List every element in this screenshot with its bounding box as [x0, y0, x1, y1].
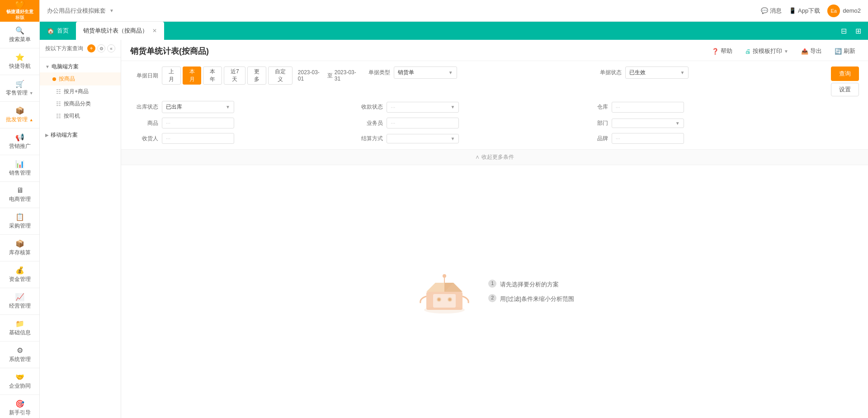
sidebar-item-corp[interactable]: 🤝 企业协同: [0, 368, 39, 395]
add-scheme-btn[interactable]: +: [87, 44, 95, 52]
scheme-item-by-product[interactable]: 按商品: [40, 72, 121, 86]
date-btn-custom[interactable]: 自定义: [268, 66, 292, 85]
salesperson-select[interactable]: ···: [387, 118, 459, 128]
chevron-down-icon-5: ▼: [675, 121, 680, 126]
help-icon: ❓: [712, 48, 719, 55]
collapse-bar[interactable]: ∧ 收起更多条件: [121, 150, 868, 165]
sys-icon: ⚙: [2, 346, 38, 355]
user-menu-btn[interactable]: Ea demo2: [827, 5, 861, 17]
out-status-select[interactable]: 已出库 ▼: [162, 101, 234, 113]
export-icon: 📤: [801, 48, 808, 55]
sidebar-item-ecom[interactable]: 🖥 电商管理: [0, 182, 39, 208]
svg-point-6: [448, 298, 451, 301]
date-btn-last-7[interactable]: 近7天: [224, 66, 245, 85]
header-actions: + ⚙ «: [87, 44, 115, 52]
brand-select[interactable]: ···: [612, 133, 684, 144]
refresh-icon: 🔄: [835, 48, 842, 55]
sidebar-item-search[interactable]: 🔍 搜索菜单: [0, 22, 39, 48]
refresh-btn[interactable]: 🔄 刷新: [831, 45, 859, 57]
scheme-item-by-dept[interactable]: ☷ 按司机: [40, 110, 121, 122]
empty-content: 1 请先选择要分析的方案 2 用[过滤]条件来缩小分析范围: [415, 267, 574, 317]
sidebar-item-marketing[interactable]: 📢 营销推广: [0, 128, 39, 155]
sidebar-item-sys[interactable]: ⚙ 系统管理: [0, 342, 39, 368]
consignee-select[interactable]: ···: [162, 133, 234, 144]
sidebar-item-retail[interactable]: 🛒 零售管理 ▼: [0, 75, 39, 102]
left-scheme-panel: 按以下方案查询 + ⚙ « ▼ 电脑端方案 按商品 ☷ 按月+: [40, 40, 121, 418]
app-download-btn[interactable]: 📱 App下载: [789, 7, 820, 15]
messages-btn[interactable]: 💬 消息: [761, 7, 782, 15]
step2-text: 用[过滤]条件来缩小分析范围: [500, 294, 574, 304]
warehouse-placeholder: ···: [616, 104, 620, 110]
query-btn[interactable]: 查询: [831, 66, 859, 81]
ops-icon: 📈: [2, 293, 38, 301]
empty-illustration: [415, 267, 474, 317]
receipt-status-placeholder: ···: [391, 104, 395, 110]
scheme-item-by-month-product[interactable]: ☷ 按月+商品: [40, 86, 121, 98]
order-status-select[interactable]: 已生效 ▼: [625, 66, 689, 79]
brand-dots: ···: [616, 135, 620, 142]
sidebar-item-quick-nav[interactable]: ⭐ 快捷导航: [0, 48, 39, 75]
settings-btn[interactable]: 设置: [831, 83, 859, 96]
app-logo: 🧡 畅捷通好生意 标版: [0, 0, 39, 22]
marketing-icon: 📢: [2, 133, 38, 142]
left-panel-header: 按以下方案查询 + ⚙ «: [40, 40, 121, 57]
order-type-select[interactable]: 销货单 ▼: [394, 66, 457, 79]
payment-label: 结算方式: [355, 135, 387, 142]
finance-icon: 💰: [2, 266, 38, 275]
grid-icon: ☷: [56, 89, 61, 95]
product-select[interactable]: ···: [162, 118, 234, 128]
tab-home[interactable]: 🏠 首页: [40, 22, 76, 40]
help-btn[interactable]: ❓ 帮助: [708, 45, 736, 57]
tab-minimize-btn[interactable]: ⊟: [837, 24, 850, 37]
logo-subtitle: 标版: [15, 14, 24, 21]
sidebar-item-wholesale[interactable]: 📦 批发管理 ▲: [0, 102, 39, 128]
corp-icon: 🤝: [2, 373, 38, 381]
content-area: 按以下方案查询 + ⚙ « ▼ 电脑端方案 按商品 ☷ 按月+: [40, 40, 868, 418]
page-title-bar: 销货单统计表(按商品) ❓ 帮助 🖨 按模板打印 ▼ 📤 导出: [121, 40, 868, 61]
print-dropdown-icon: ▼: [784, 49, 788, 54]
desktop-scheme-group: ▼ 电脑端方案 按商品 ☷ 按月+商品 ☷ 按商品分类 ☷ 按司机: [40, 57, 121, 126]
logo-icon: 🧡: [15, 1, 25, 9]
dept-select[interactable]: ▼: [612, 119, 684, 128]
step1-text: 请先选择要分析的方案: [500, 279, 559, 290]
sidebar-item-newbie[interactable]: 🎯 新手引导: [0, 395, 39, 418]
sidebar: 🧡 畅捷通好生意 标版 🔍 搜索菜单 ⭐ 快捷导航 🛒 零售管理 ▼ 📦 批发管…: [0, 0, 40, 418]
scheme-item-by-category[interactable]: ☷ 按商品分类: [40, 98, 121, 110]
newbie-icon: 🎯: [2, 399, 38, 408]
chevron-down-icon: ▼: [45, 64, 50, 69]
collapse-panel-btn[interactable]: «: [107, 44, 115, 52]
export-btn[interactable]: 📤 导出: [797, 45, 826, 57]
settings-scheme-btn[interactable]: ⚙: [97, 44, 105, 52]
receipt-status-select[interactable]: ··· ▼: [387, 102, 459, 113]
date-btn-more[interactable]: 更多: [247, 66, 266, 85]
consignee-label: 收货人: [130, 135, 162, 142]
payment-select[interactable]: ▼: [387, 134, 459, 143]
date-btn-last-month[interactable]: 上月: [162, 66, 181, 85]
chevron-down-icon-6: ▼: [450, 136, 455, 141]
sales-icon: 📊: [2, 160, 38, 168]
template-print-btn[interactable]: 🖨 按模板打印 ▼: [741, 45, 792, 57]
ecom-icon: 🖥: [2, 186, 38, 195]
sidebar-item-finance[interactable]: 💰 资金管理: [0, 261, 39, 288]
sidebar-item-inventory[interactable]: 📦 库存核算: [0, 235, 39, 261]
order-type-label: 单据类型: [362, 69, 394, 76]
sidebar-item-purchase[interactable]: 📋 采购管理: [0, 208, 39, 235]
sidebar-item-sales[interactable]: 📊 销售管理: [0, 155, 39, 182]
salesperson-dots: ···: [391, 120, 395, 126]
tab-bar-right: ⊟ ⊞: [837, 24, 868, 37]
date-btn-this-year[interactable]: 本年: [203, 66, 222, 85]
consignee-dots: ···: [166, 135, 170, 142]
tab-maximize-btn[interactable]: ⊞: [852, 24, 864, 37]
empty-svg: [415, 267, 474, 317]
sidebar-item-ops[interactable]: 📈 经营管理: [0, 288, 39, 315]
date-to: 2023-03-31: [335, 69, 362, 82]
tab-sales-stat[interactable]: 销货单统计表（按商品） ✕: [76, 22, 164, 40]
logo-text: 畅捷通好生意: [6, 9, 33, 14]
tab-close-btn[interactable]: ✕: [152, 28, 157, 34]
warehouse-select[interactable]: ···: [612, 102, 684, 113]
step1-num: 1: [488, 280, 496, 288]
date-btn-this-month[interactable]: 本月: [183, 66, 202, 85]
mobile-group-label[interactable]: ▶ 移动端方案: [40, 129, 121, 141]
sidebar-item-base[interactable]: 📁 基础信息: [0, 315, 39, 342]
desktop-group-label[interactable]: ▼ 电脑端方案: [40, 61, 121, 72]
